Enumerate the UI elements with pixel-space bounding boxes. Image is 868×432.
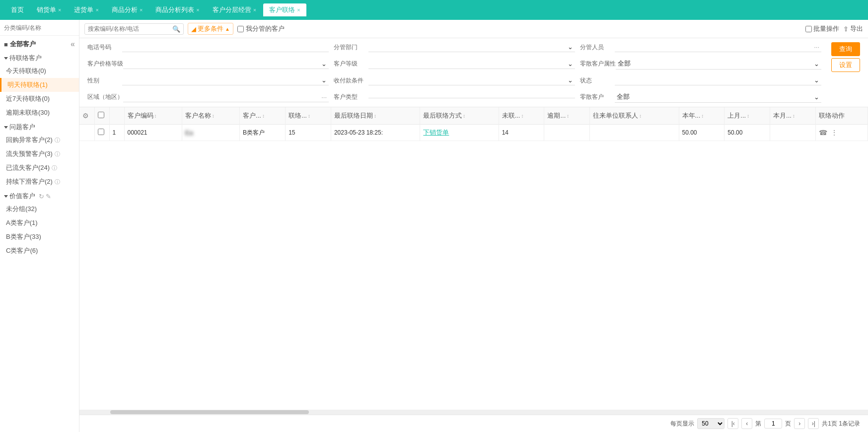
close-icon[interactable]: × xyxy=(297,7,300,13)
row-action: ☎ ⋮ xyxy=(815,125,868,141)
col-contact[interactable]: 联络...↕ xyxy=(286,107,331,125)
close-icon[interactable]: × xyxy=(58,7,61,13)
sidebar-item-lost-customers[interactable]: 已流失客户(24) ⓘ xyxy=(0,161,79,175)
horizontal-scrollbar[interactable] xyxy=(79,410,868,415)
row-check[interactable] xyxy=(94,125,109,141)
my-customers-checkbox[interactable]: 我分管的客户 xyxy=(237,24,285,33)
batch-ops-btn[interactable]: 批量操作 xyxy=(805,24,839,33)
my-customers-check[interactable] xyxy=(237,26,244,32)
sidebar-item-c-class[interactable]: C类客户(6) xyxy=(0,244,79,258)
nav-product-analysis[interactable]: 商品分析 × xyxy=(106,3,148,16)
expand-icon[interactable] xyxy=(4,57,8,60)
search-icon[interactable]: 🔍 xyxy=(172,25,180,33)
sidebar-item-7days-pending[interactable]: 近7天待联络(0) xyxy=(0,92,79,106)
more-icon[interactable]: ··· xyxy=(814,43,819,51)
sort-icon: ↕ xyxy=(463,113,465,119)
col-name[interactable]: 客户名称↕ xyxy=(182,107,239,125)
col-check[interactable] xyxy=(94,107,109,125)
nav-customer-layering[interactable]: 客户分层经营 × xyxy=(207,3,262,16)
sidebar-item-today-pending[interactable]: 今天待联络(0) xyxy=(0,64,79,78)
col-this-year[interactable]: 本年...↕ xyxy=(679,107,724,125)
col-last-month[interactable]: 上月...↕ xyxy=(724,107,770,125)
nav-purchase-order[interactable]: 进货单 × xyxy=(68,3,104,16)
nav-sales-order[interactable]: 销货单 × xyxy=(31,3,67,16)
sidebar-item-lost-warning[interactable]: 流失预警客户(3) ⓘ xyxy=(0,147,79,161)
nav-product-analysis-list[interactable]: 商品分析列表 × xyxy=(149,3,205,16)
nav-home[interactable]: 首页 xyxy=(5,3,30,16)
settings-button[interactable]: 设置 xyxy=(831,58,860,72)
expand-icon[interactable] xyxy=(4,126,8,129)
scrollbar-thumb[interactable] xyxy=(110,410,309,414)
retail-attr-select[interactable]: 全部 ⌄ xyxy=(616,58,821,70)
info-icon: ⓘ xyxy=(55,178,60,186)
col-company-contact[interactable]: 往来单位联系人↕ xyxy=(590,107,679,125)
customer-type-select[interactable] xyxy=(368,96,575,98)
col-last-contact-date[interactable]: 最后联络日期↕ xyxy=(331,107,420,125)
batch-check[interactable] xyxy=(805,26,812,32)
value-group: 价值客户 ↻ ✎ xyxy=(0,189,79,202)
nav-customer-contact[interactable]: 客户联络 × xyxy=(263,3,306,16)
action-more-icon[interactable]: ⋮ xyxy=(831,129,838,137)
prev-page-btn[interactable]: ‹ xyxy=(741,418,752,429)
refresh-icon[interactable]: ↻ xyxy=(39,193,44,200)
sidebar-item-declining-customers[interactable]: 持续下滑客户(2) ⓘ xyxy=(0,175,79,189)
sidebar-search-input[interactable] xyxy=(4,24,78,31)
last-page-btn[interactable]: ›| xyxy=(808,418,819,429)
customer-level-select[interactable]: ⌄ xyxy=(368,59,575,69)
retail-customer-select[interactable]: 全部 ⌄ xyxy=(615,91,821,103)
edit-icon[interactable]: ✎ xyxy=(46,193,51,200)
chevron-down-icon: ⌄ xyxy=(814,93,819,101)
gear-icon[interactable]: ⚙ xyxy=(82,112,89,120)
region-select[interactable]: ··· xyxy=(123,92,329,102)
dept-field: 分管部门 ⌄ xyxy=(334,42,575,52)
action-phone-icon[interactable]: ☎ xyxy=(819,129,827,137)
more-icon[interactable]: ··· xyxy=(321,93,327,101)
price-level-select[interactable]: ⌄ xyxy=(123,59,329,69)
col-this-month[interactable]: 本月...↕ xyxy=(770,107,816,125)
export-btn[interactable]: ⇧ 导出 xyxy=(843,24,863,33)
search-wrap: 🔍 xyxy=(84,23,184,35)
row-company-contact xyxy=(590,125,679,141)
query-button[interactable]: 查询 xyxy=(831,42,860,56)
page-number-input[interactable] xyxy=(764,419,782,429)
sort-icon: ↕ xyxy=(308,113,310,119)
page-size-select[interactable]: 50 100 200 xyxy=(697,418,724,429)
phone-input[interactable] xyxy=(122,43,329,52)
chevron-down-icon: ⌄ xyxy=(321,60,327,68)
sidebar-item-overdue-contact[interactable]: 逾期未联络(30) xyxy=(0,106,79,120)
close-icon[interactable]: × xyxy=(253,7,256,13)
close-icon[interactable]: × xyxy=(95,7,98,13)
status-select[interactable]: ⌄ xyxy=(615,75,821,85)
row-last-contact-method[interactable]: 下销货单 xyxy=(420,125,499,141)
col-last-contact-method[interactable]: 最后联络方式↕ xyxy=(420,107,499,125)
first-page-btn[interactable]: |‹ xyxy=(727,418,738,429)
more-conditions-btn[interactable]: ◢ 更多条件 ▲ xyxy=(188,23,233,35)
table-row: 1 000021 Ea B类客户 15 2023-05-23 18:25: 下销… xyxy=(79,125,868,141)
collapse-icon[interactable]: « xyxy=(71,40,75,49)
col-type[interactable]: 客户...↕ xyxy=(240,107,286,125)
sidebar-item-a-class[interactable]: A类客户(1) xyxy=(0,216,79,230)
row-checkbox[interactable] xyxy=(98,129,104,135)
next-page-btn[interactable]: › xyxy=(794,418,805,429)
expand-icon[interactable] xyxy=(4,195,8,198)
dept-select[interactable]: ⌄ xyxy=(368,42,575,52)
sidebar-item-b-class[interactable]: B类客户(33) xyxy=(0,230,79,244)
sort-icon: ↕ xyxy=(521,113,523,119)
col-settings[interactable]: ⚙ xyxy=(79,107,94,125)
col-no-contact[interactable]: 未联...↕ xyxy=(499,107,544,125)
col-overdue[interactable]: 逾期...↕ xyxy=(544,107,590,125)
col-code[interactable]: 客户编码↕ xyxy=(124,107,182,125)
select-all-checkbox[interactable] xyxy=(98,112,104,118)
gender-select[interactable]: ⌄ xyxy=(122,75,329,85)
info-icon: ⓘ xyxy=(52,164,57,172)
sidebar-item-abnormal-repurchase[interactable]: 回购异常客户(2) ⓘ xyxy=(0,133,79,147)
sidebar-item-ungrouped[interactable]: 未分组(32) xyxy=(0,202,79,216)
filter-row-3: 性别 ⌄ 收付款条件 ⌄ xyxy=(87,75,821,85)
search-input[interactable] xyxy=(88,25,172,32)
sidebar-item-tomorrow-pending[interactable]: 明天待联络(1) xyxy=(0,78,79,92)
person-select[interactable]: ··· xyxy=(615,42,821,52)
close-icon[interactable]: × xyxy=(196,7,199,13)
payment-select[interactable]: ⌄ xyxy=(368,75,575,85)
close-icon[interactable]: × xyxy=(140,7,143,13)
row-gear xyxy=(79,125,94,141)
